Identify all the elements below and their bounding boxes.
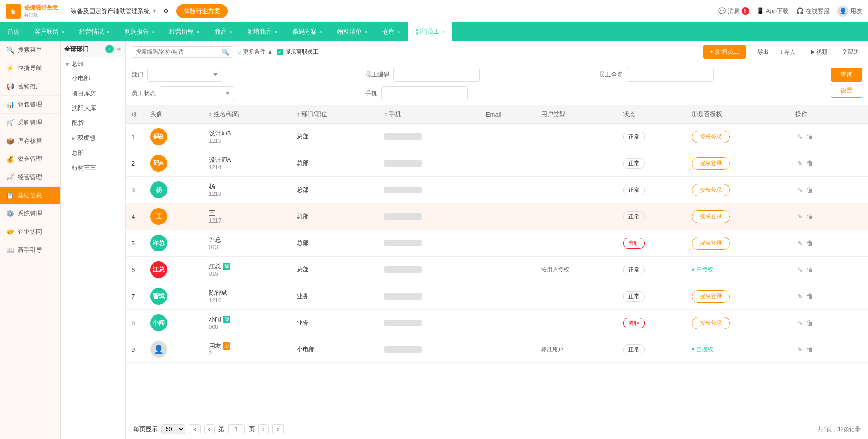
nav-close-商品[interactable]: × — [229, 29, 232, 35]
nav-item-条码方案[interactable]: 条码方案× — [285, 22, 330, 41]
last-page-button[interactable]: » — [272, 424, 284, 434]
nav-item-经营情况[interactable]: 经营情况× — [72, 22, 117, 41]
nav-item-首页[interactable]: 首页 — [0, 22, 27, 41]
auth-button[interactable]: 授权登录 — [692, 131, 730, 143]
next-page-button[interactable]: › — [258, 424, 269, 434]
edit-button[interactable]: ✎ — [797, 213, 803, 220]
tree-item-zong-bu[interactable]: 总部 — [61, 146, 125, 160]
delete-button[interactable]: 🗑 — [806, 213, 813, 220]
view-button[interactable]: ▶ 视频 — [807, 46, 831, 58]
left-nav-item-资金管理[interactable]: 💰资金管理 — [0, 150, 60, 168]
left-nav-item-新手引导[interactable]: 📖新手引导 — [0, 241, 60, 259]
nav-item-客户联络[interactable]: 客户联络× — [27, 22, 72, 41]
nav-item-利润报告[interactable]: 利润报告× — [117, 22, 162, 41]
query-button[interactable]: 查询 — [831, 68, 862, 82]
tree-item-pei-huo[interactable]: 配货 — [61, 116, 125, 131]
nav-item-物料清单[interactable]: 物料清单× — [330, 22, 375, 41]
filter-dept-select[interactable] — [147, 68, 222, 82]
export-button[interactable]: ↑ 导出 — [750, 46, 772, 58]
tree-item-xiang-mu[interactable]: 项目库房 — [61, 86, 125, 101]
nav-close-新增商品[interactable]: × — [274, 29, 277, 35]
edit-button[interactable]: ✎ — [797, 160, 803, 167]
left-nav-item-快捷导航[interactable]: ⚡快捷导航 — [0, 59, 60, 77]
filter-status-select[interactable] — [160, 86, 234, 100]
auth-button[interactable]: 授权登录 — [692, 317, 730, 329]
trial-button[interactable]: 体验行业方案 — [176, 4, 228, 18]
auth-button[interactable]: 授权登录 — [692, 157, 730, 170]
filter-code-input[interactable] — [393, 68, 480, 82]
left-nav-item-销售管理[interactable]: 📊销售管理 — [0, 96, 60, 114]
nav-close-客户联络[interactable]: × — [62, 29, 64, 35]
settings-icon[interactable]: ⚙ — [163, 7, 169, 14]
nav-item-新增商品[interactable]: 新增商品× — [240, 22, 285, 41]
nav-close-部门员工[interactable]: × — [442, 29, 445, 35]
app-download-item[interactable]: 📱 App下载 — [757, 7, 789, 15]
prev-page-button[interactable]: ‹ — [204, 424, 215, 434]
import-button[interactable]: ↓ 导入 — [776, 46, 799, 58]
message-item[interactable]: 💬 消息 6 — [718, 7, 749, 15]
delete-button[interactable]: 🗑 — [806, 186, 813, 194]
nav-close-经营历程[interactable]: × — [196, 29, 199, 35]
user-item[interactable]: 👤 用友 — [837, 6, 862, 17]
show-inactive-checkbox[interactable]: ✓ — [277, 49, 283, 55]
sys-dropdown-arrow[interactable]: ▾ — [153, 8, 156, 14]
auth-button[interactable]: 授权登录 — [692, 210, 730, 223]
page-size-select[interactable]: 50 100 — [161, 424, 185, 434]
left-nav-item-搜索菜单[interactable]: 🔍搜索菜单 — [0, 41, 60, 59]
more-conditions-btn[interactable]: ▽ 更多条件 ▲ — [237, 48, 273, 56]
nav-item-仓库[interactable]: 仓库× — [375, 22, 408, 41]
delete-button[interactable]: 🗑 — [806, 133, 813, 140]
tree-collapse-icon[interactable]: ≪ — [116, 46, 122, 52]
edit-button[interactable]: ✎ — [797, 346, 803, 353]
page-number-input[interactable]: 1 — [228, 424, 245, 434]
tree-add-button[interactable]: + — [105, 45, 114, 53]
delete-button[interactable]: 🗑 — [806, 266, 813, 273]
col-phone[interactable]: ↕ 手机 — [379, 105, 480, 124]
edit-button[interactable]: ✎ — [797, 239, 803, 247]
left-nav-item-库存核算[interactable]: 📦库存核算 — [0, 132, 60, 150]
left-nav-item-营销推广[interactable]: 📢营销推广 — [0, 77, 60, 96]
show-inactive-toggle[interactable]: ✓ 显示离职员工 — [277, 48, 319, 56]
nav-close-物料清单[interactable]: × — [364, 29, 367, 35]
tree-item-zhi-shu[interactable]: 植树王三 — [61, 160, 125, 175]
edit-button[interactable]: ✎ — [797, 293, 803, 300]
nav-close-经营情况[interactable]: × — [106, 29, 109, 35]
set-button[interactable]: 设置 — [831, 84, 862, 98]
nav-item-经营历程[interactable]: 经营历程× — [162, 22, 207, 41]
filter-phone-input[interactable] — [381, 86, 468, 100]
first-page-button[interactable]: « — [189, 424, 201, 434]
edit-button[interactable]: ✎ — [797, 186, 803, 194]
edit-button[interactable]: ✎ — [797, 266, 803, 273]
service-item[interactable]: 🎧 在线客服 — [796, 7, 830, 15]
nav-item-商品[interactable]: 商品× — [207, 22, 240, 41]
add-employee-button[interactable]: + 新增员工 — [703, 45, 746, 59]
filter-name-input[interactable] — [627, 68, 714, 82]
tree-item-shuang-xu[interactable]: ▶ 双虚想 — [61, 131, 125, 146]
delete-button[interactable]: 🗑 — [806, 346, 813, 353]
edit-button[interactable]: ✎ — [797, 319, 803, 327]
auth-button[interactable]: 授权登录 — [692, 237, 730, 250]
nav-close-仓库[interactable]: × — [397, 29, 400, 35]
col-dept[interactable]: ↕ 部门/职位 — [291, 105, 379, 124]
col-settings[interactable]: ⚙ — [126, 105, 145, 124]
left-nav-item-企业协同[interactable]: 🤝企业协同 — [0, 223, 60, 241]
delete-button[interactable]: 🗑 — [806, 239, 813, 247]
col-name[interactable]: ↕ 姓名/编码 — [203, 105, 291, 124]
nav-close-利润报告[interactable]: × — [152, 29, 154, 35]
search-box[interactable]: 🔍 — [132, 46, 233, 58]
nav-close-条码方案[interactable]: × — [319, 29, 322, 35]
help-button[interactable]: ? 帮助 — [839, 46, 862, 58]
search-input[interactable] — [136, 49, 220, 55]
nav-item-部门员工[interactable]: 部门员工× — [408, 22, 452, 41]
auth-button[interactable]: 授权登录 — [692, 184, 730, 196]
tree-item-xiao-dian[interactable]: 小电部 — [61, 71, 125, 86]
left-nav-item-系统管理[interactable]: ⚙️系统管理 — [0, 205, 60, 223]
auth-button[interactable]: 授权登录 — [692, 290, 730, 303]
delete-button[interactable]: 🗑 — [806, 293, 813, 300]
delete-button[interactable]: 🗑 — [806, 160, 813, 167]
left-nav-item-采购管理[interactable]: 🛒采购管理 — [0, 114, 60, 132]
tree-item-shen-yang[interactable]: 沈阳大库 — [61, 101, 125, 116]
edit-button[interactable]: ✎ — [797, 133, 803, 140]
delete-button[interactable]: 🗑 — [806, 319, 813, 327]
left-nav-item-经营管理[interactable]: 📈经营管理 — [0, 168, 60, 187]
